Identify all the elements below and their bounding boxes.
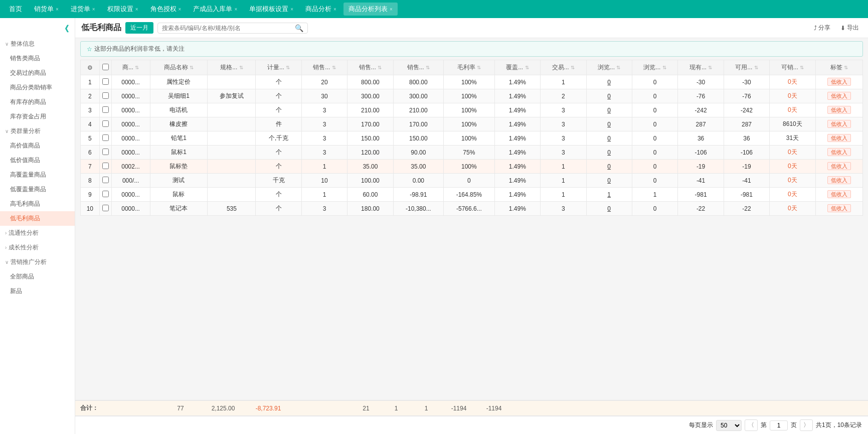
row-checkbox[interactable]	[99, 146, 111, 160]
nav-purchase-close[interactable]: ×	[92, 7, 95, 12]
row-checkbox[interactable]	[99, 188, 111, 202]
row-checkbox[interactable]	[99, 131, 111, 146]
nav-goods-analysis-list-close[interactable]: ×	[390, 7, 393, 12]
nav-template-close[interactable]: ×	[290, 7, 293, 12]
nav-permission-close[interactable]: ×	[135, 7, 138, 12]
row-current: -106	[678, 146, 724, 160]
sidebar-item-all-goods[interactable]: 全部商品	[0, 269, 75, 284]
th-current[interactable]: 现有... ⇅	[678, 60, 724, 75]
row-browse1[interactable]: 0	[586, 202, 632, 216]
export-button[interactable]: ⬇ 导出	[837, 23, 862, 33]
sidebar-group-overall[interactable]: ∨ 整体信息	[0, 37, 75, 51]
th-checkbox[interactable]	[99, 60, 111, 75]
row-coverage: 1.49%	[494, 202, 540, 216]
row-checkbox[interactable]	[99, 103, 111, 117]
row-coverage: 1.49%	[494, 117, 540, 131]
th-trade[interactable]: 交易... ⇅	[541, 60, 586, 75]
nav-goods-analysis-list[interactable]: 商品分析列表 ×	[343, 3, 398, 16]
row-browse1[interactable]: 0	[586, 146, 632, 160]
sidebar-item-low-coverage[interactable]: 低覆盖量商品	[0, 182, 75, 197]
sidebar-item-low-margin[interactable]: 低毛利商品	[0, 211, 75, 226]
search-icon[interactable]: 🔍	[295, 24, 303, 32]
row-saleable: 0天	[770, 146, 815, 160]
nav-role[interactable]: 角色授权 ×	[145, 3, 187, 16]
row-browse1[interactable]: 0	[586, 174, 632, 188]
row-sales-price: 800.00	[348, 75, 393, 89]
nav-goods-analysis[interactable]: 商品分析 ×	[300, 3, 341, 16]
nav-home[interactable]: 首页	[4, 3, 27, 16]
page-number-input[interactable]	[770, 420, 788, 430]
row-saleable: 0天	[770, 202, 815, 216]
per-page-select[interactable]: 50 20 100	[716, 420, 742, 431]
sidebar-group-marketing[interactable]: ∨ 营销推广分析	[0, 255, 75, 269]
sidebar-item-category-rate[interactable]: 商品分类助销率	[0, 80, 75, 95]
nav-role-close[interactable]: ×	[179, 7, 182, 12]
date-filter-button[interactable]: 近一月	[125, 22, 153, 34]
nav-product-entry-close[interactable]: ×	[234, 7, 237, 12]
row-browse1[interactable]: 0	[586, 160, 632, 174]
row-checkbox[interactable]	[99, 117, 111, 131]
th-name[interactable]: 商品名称 ⇅	[150, 60, 208, 75]
th-available[interactable]: 可用... ⇅	[724, 60, 769, 75]
th-sales-qty[interactable]: 销售... ⇅	[301, 60, 347, 75]
sidebar-group-cluster[interactable]: ∨ 类群量分析	[0, 124, 75, 138]
sidebar-item-high-coverage[interactable]: 高覆盖量商品	[0, 168, 75, 182]
row-trade: 1	[541, 174, 586, 188]
th-saleable[interactable]: 可销... ⇅	[770, 60, 815, 75]
row-browse1[interactable]: 0	[586, 131, 632, 146]
sidebar-item-high-margin[interactable]: 高毛利商品	[0, 197, 75, 211]
row-gross-margin: 0	[444, 174, 495, 188]
sidebar-item-sales-goods[interactable]: 销售类商品	[0, 51, 75, 66]
th-sales-price[interactable]: 销售... ⇅	[348, 60, 393, 75]
th-browse1[interactable]: 浏览... ⇅	[586, 60, 632, 75]
th-unit[interactable]: 计量... ⇅	[256, 60, 301, 75]
th-settings[interactable]: ⚙	[81, 60, 100, 75]
th-gross-margin[interactable]: 毛利率 ⇅	[444, 60, 495, 75]
row-tag: 低收入	[815, 117, 862, 131]
search-input[interactable]	[162, 25, 293, 32]
nav-sales-close[interactable]: ×	[56, 7, 59, 12]
row-browse1[interactable]: 0	[586, 103, 632, 117]
row-unit: 个	[256, 75, 301, 89]
th-coverage[interactable]: 覆盖... ⇅	[494, 60, 540, 75]
sidebar-group-flow-arrow: ›	[5, 230, 7, 236]
row-sales-qty: 1	[301, 160, 347, 174]
row-browse1[interactable]: 1	[586, 188, 632, 202]
sidebar-group-flow[interactable]: › 流通性分析	[0, 226, 75, 240]
nav-goods-analysis-close[interactable]: ×	[333, 7, 336, 12]
th-tag[interactable]: 标签 ⇅	[815, 60, 862, 75]
sidebar-item-high-value[interactable]: 高价值商品	[0, 138, 75, 153]
th-spec[interactable]: 规格... ⇅	[208, 60, 256, 75]
sidebar-collapse-button[interactable]: 《	[59, 24, 71, 35]
th-sales-amount[interactable]: 销售... ⇅	[393, 60, 443, 75]
sidebar-group-growth[interactable]: › 成长性分析	[0, 240, 75, 255]
row-sales-qty: 3	[301, 103, 347, 117]
th-browse2[interactable]: 浏览... ⇅	[632, 60, 677, 75]
row-checkbox[interactable]	[99, 160, 111, 174]
th-code[interactable]: 商... ⇅	[111, 60, 150, 75]
sidebar-item-new-goods[interactable]: 新品	[0, 284, 75, 299]
row-checkbox[interactable]	[99, 202, 111, 216]
row-sales-price: 180.00	[348, 202, 393, 216]
nav-template[interactable]: 单据模板设置 ×	[244, 3, 298, 16]
share-button[interactable]: ⤴ 分享	[811, 23, 833, 33]
nav-sales[interactable]: 销货单 ×	[29, 3, 64, 16]
row-browse1[interactable]: 0	[586, 75, 632, 89]
row-browse1[interactable]: 0	[586, 117, 632, 131]
row-checkbox[interactable]	[99, 89, 111, 103]
sidebar-item-stock-goods[interactable]: 有库存的商品	[0, 95, 75, 109]
row-checkbox[interactable]	[99, 174, 111, 188]
row-gross-margin: -164.85%	[444, 188, 495, 202]
row-sales-qty: 3	[301, 131, 347, 146]
nav-purchase[interactable]: 进货单 ×	[66, 3, 100, 16]
nav-product-entry[interactable]: 产成品入库单 ×	[188, 3, 242, 16]
row-browse1[interactable]: 0	[586, 89, 632, 103]
prev-page-button[interactable]: 〈	[745, 419, 758, 431]
nav-permission[interactable]: 权限设置 ×	[102, 3, 143, 16]
sidebar-item-low-value[interactable]: 低价值商品	[0, 153, 75, 168]
select-all-checkbox[interactable]	[102, 64, 109, 70]
next-page-button[interactable]: 〉	[800, 419, 813, 431]
row-checkbox[interactable]	[99, 75, 111, 89]
sidebar-item-stock-funds[interactable]: 库存资金占用	[0, 109, 75, 124]
sidebar-item-traded-goods[interactable]: 交易过的商品	[0, 66, 75, 80]
